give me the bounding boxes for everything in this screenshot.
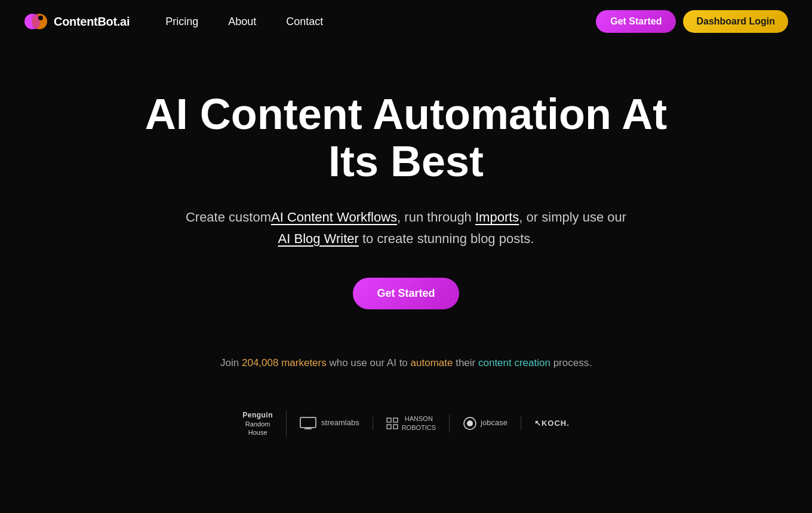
- hanson-icon: [386, 417, 398, 429]
- brand-penguin-line1: Penguin: [242, 411, 273, 419]
- brand-koch-text: ↖KOCH.: [534, 419, 570, 428]
- brand-streamlabs: streamlabs: [287, 417, 373, 430]
- hero-section: AI Content Automation At Its Best Create…: [0, 43, 812, 472]
- brand-jobcase-text: jobcase: [481, 418, 508, 428]
- nav-about[interactable]: About: [228, 16, 256, 28]
- nav-get-started-button[interactable]: Get Started: [596, 10, 676, 33]
- svg-rect-4: [300, 417, 316, 428]
- social-proof-prefix: Join: [220, 357, 242, 368]
- logo-icon: [24, 10, 48, 33]
- brand-penguin-line3: House: [248, 429, 267, 436]
- social-proof-mid1: who use our AI to: [327, 357, 411, 368]
- svg-point-3: [38, 16, 43, 20]
- brand-logos: Penguin Random House streamlabs: [205, 411, 607, 436]
- brand-hanson-line2: ROBOTICS: [402, 423, 436, 432]
- navbar: ContentBot.ai Pricing About Contact Get …: [0, 0, 812, 43]
- hero-subtitle: Create customAI Content Workflows, run t…: [179, 207, 633, 248]
- subtitle-text-mid2: , or simply use our: [519, 210, 626, 225]
- brand-koch: ↖KOCH.: [521, 419, 583, 428]
- subtitle-text-before: Create custom: [186, 210, 271, 225]
- brand-penguin: Penguin Random House: [229, 411, 287, 436]
- social-proof-automate: automate: [411, 357, 453, 368]
- brand-hanson: HANSON ROBOTICS: [373, 414, 450, 432]
- subtitle-link-imports[interactable]: Imports: [475, 210, 519, 225]
- subtitle-text-mid1: , run through: [397, 210, 475, 225]
- hero-title: AI Content Automation At Its Best: [137, 91, 675, 185]
- logo-text: ContentBot.ai: [54, 15, 130, 29]
- svg-point-12: [467, 420, 473, 426]
- brand-penguin-line2: Random: [245, 420, 270, 428]
- social-proof-mid2: their: [453, 357, 478, 368]
- svg-rect-9: [387, 425, 391, 429]
- hero-get-started-button[interactable]: Get Started: [353, 278, 459, 309]
- logo-link[interactable]: ContentBot.ai: [24, 10, 130, 33]
- nav-contact[interactable]: Contact: [286, 16, 323, 28]
- nav-right: Get Started Dashboard Login: [596, 10, 788, 33]
- jobcase-icon: [463, 416, 477, 431]
- social-proof-text: Join 204,008 marketers who use our AI to…: [220, 357, 592, 369]
- brand-streamlabs-text: streamlabs: [321, 418, 359, 428]
- brand-jobcase: jobcase: [450, 416, 521, 431]
- svg-rect-10: [393, 425, 398, 429]
- streamlabs-icon: [300, 417, 316, 430]
- subtitle-text-after: to create stunning blog posts.: [359, 231, 534, 246]
- nav-links: Pricing About Contact: [165, 16, 323, 28]
- nav-left: ContentBot.ai Pricing About Contact: [24, 10, 323, 33]
- social-proof-suffix: process.: [550, 357, 592, 368]
- nav-pricing[interactable]: Pricing: [165, 16, 198, 28]
- nav-dashboard-login-button[interactable]: Dashboard Login: [683, 10, 788, 33]
- svg-rect-7: [387, 418, 391, 422]
- svg-point-2: [32, 14, 40, 29]
- subtitle-link-blog-writer[interactable]: AI Blog Writer: [278, 231, 359, 246]
- subtitle-link-workflows[interactable]: AI Content Workflows: [271, 210, 397, 225]
- social-proof-content-creation: content creation: [478, 357, 550, 368]
- social-proof-count: 204,008 marketers: [242, 357, 327, 368]
- brand-hanson-line1: HANSON: [402, 414, 436, 423]
- svg-rect-8: [393, 418, 398, 422]
